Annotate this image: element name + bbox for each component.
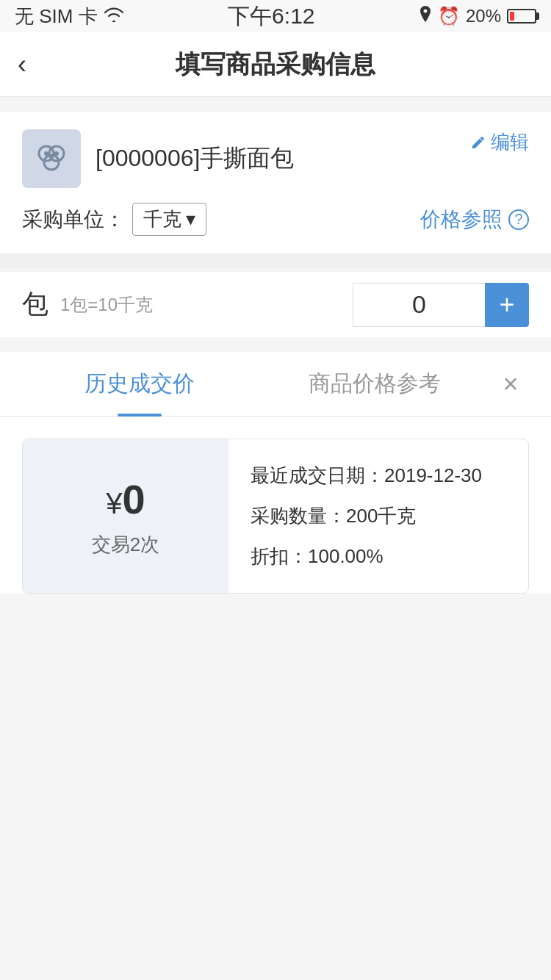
currency-symbol: ¥ bbox=[106, 487, 122, 519]
quantity-plus-button[interactable]: + bbox=[485, 283, 529, 327]
product-icon bbox=[22, 129, 81, 188]
quantity-input[interactable] bbox=[353, 283, 485, 327]
product-header: [0000006]手撕面包 编辑 bbox=[22, 129, 529, 188]
unit-dropdown[interactable]: 千克 ▾ bbox=[132, 203, 206, 236]
wifi-icon bbox=[104, 5, 124, 28]
tab-close-button[interactable]: × bbox=[492, 366, 529, 403]
edit-button[interactable]: 编辑 bbox=[470, 129, 529, 155]
tab-history-price[interactable]: 历史成交价 bbox=[22, 352, 257, 417]
product-footer: 采购单位： 千克 ▾ 价格参照 ? bbox=[22, 203, 529, 236]
tab-price-reference[interactable]: 商品价格参考 bbox=[257, 352, 492, 417]
price-right-panel: 最近成交日期：2019-12-30 采购数量：200千克 折扣：100.00% bbox=[228, 439, 528, 593]
battery-percent: 20% bbox=[466, 6, 501, 26]
tabs-header: 历史成交价 商品价格参考 × bbox=[0, 352, 551, 417]
quantity-controls: + bbox=[353, 283, 529, 327]
back-button[interactable]: ‹ bbox=[18, 49, 26, 80]
price-ref-help-icon: ? bbox=[508, 209, 529, 230]
price-card: ¥0 交易2次 最近成交日期：2019-12-30 采购数量：200千克 折扣：… bbox=[22, 439, 529, 594]
transaction-count: 交易2次 bbox=[92, 532, 159, 558]
purchase-unit-label: 采购单位： bbox=[22, 206, 125, 234]
price-amount: ¥0 bbox=[106, 475, 145, 523]
svg-point-3 bbox=[44, 151, 48, 156]
quantity-row: 包 1包=10千克 + bbox=[0, 271, 551, 337]
status-right: ⏰ 20% bbox=[419, 6, 536, 26]
status-time: 下午6:12 bbox=[228, 1, 314, 32]
alarm-icon: ⏰ bbox=[438, 6, 460, 26]
product-name: [0000006]手撕面包 bbox=[96, 143, 294, 175]
product-left: [0000006]手撕面包 bbox=[22, 129, 294, 188]
price-ref-button[interactable]: 价格参照 ? bbox=[420, 206, 529, 234]
tabs-panel: 历史成交价 商品价格参考 × ¥0 交易2次 最近成交日期：2019-12-30… bbox=[0, 352, 551, 594]
separator bbox=[0, 253, 551, 268]
unit-hint: 1包=10千克 bbox=[60, 293, 153, 317]
product-card: [0000006]手撕面包 编辑 采购单位： 千克 ▾ 价格参照 ? bbox=[0, 112, 551, 253]
unit-name: 包 bbox=[22, 287, 48, 323]
discount-row: 折扣：100.00% bbox=[251, 542, 506, 571]
status-bar: 无 SIM 卡 下午6:12 ⏰ 20% bbox=[0, 0, 551, 32]
location-icon bbox=[419, 6, 432, 26]
nav-bar: ‹ 填写商品采购信息 bbox=[0, 32, 551, 97]
quantity-row-detail: 采购数量：200千克 bbox=[251, 502, 506, 530]
svg-point-4 bbox=[54, 151, 59, 156]
purchase-unit: 采购单位： 千克 ▾ bbox=[22, 203, 206, 236]
quantity-label: 包 1包=10千克 bbox=[22, 287, 153, 323]
recent-date-row: 最近成交日期：2019-12-30 bbox=[251, 461, 506, 490]
chevron-down-icon: ▾ bbox=[186, 208, 195, 231]
battery-icon bbox=[507, 9, 536, 24]
sim-status: 无 SIM 卡 bbox=[15, 4, 98, 29]
price-left-panel: ¥0 交易2次 bbox=[23, 439, 228, 593]
page-title: 填写商品采购信息 bbox=[176, 48, 375, 82]
status-left: 无 SIM 卡 bbox=[15, 4, 124, 29]
